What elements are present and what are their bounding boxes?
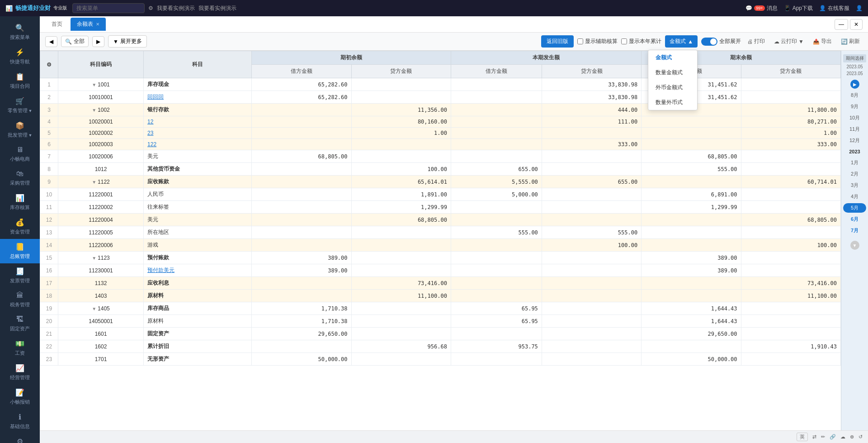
translate-icon[interactable]: ⇄ — [812, 434, 816, 440]
app-icon: 📊 — [5, 5, 13, 12]
return-old-btn[interactable]: 返回旧版 — [541, 35, 574, 48]
tab-home[interactable]: 首页 — [45, 18, 69, 31]
amount-cell-opening_credit — [351, 78, 451, 91]
col-settings[interactable]: ⚙ — [40, 51, 58, 78]
sidebar-item-invoice[interactable]: 🧾 发票管理 — [0, 263, 40, 288]
panel-collapse-btn[interactable]: ▶ — [850, 80, 859, 89]
amount-cell-current_debit — [451, 328, 542, 340]
sidebar-item-report[interactable]: 📝 小畅报销 — [0, 385, 40, 409]
amount-cell-current_credit: 33,830.98 — [542, 91, 641, 104]
link-icon[interactable]: 🔗 — [830, 434, 836, 440]
month-2[interactable]: 2月 — [843, 169, 866, 179]
cloud-print-btn[interactable]: ☁ 云打印 ▼ — [771, 36, 807, 47]
ytd-check[interactable] — [621, 38, 627, 44]
account-code: 10020006 — [58, 150, 144, 163]
month-10[interactable]: 10月 — [843, 113, 866, 123]
sidebar-item-project[interactable]: 📋 项目合同 — [0, 69, 40, 93]
account-name[interactable]: 23 — [144, 128, 252, 139]
top-search-input[interactable] — [72, 3, 145, 13]
amount-cell-opening_credit — [351, 239, 451, 252]
export-btn[interactable]: 📤 导出 — [810, 36, 835, 47]
sidebar-item-search[interactable]: 🔍 搜索菜单 — [0, 20, 40, 44]
sidebar-item-quicknav[interactable]: ⚡ 快捷导航 — [0, 44, 40, 69]
sidebar-item-inventory[interactable]: 📊 库存核算 — [0, 190, 40, 214]
amount-cell-closing_debit: 389.00 — [642, 264, 741, 277]
sidebar-item-purchase[interactable]: 🛍 采购管理 — [0, 166, 40, 190]
expand-down-icon: ▼ — [113, 38, 118, 45]
dropdown-item-amount[interactable]: 金额式 — [648, 50, 697, 65]
sidebar-item-ecommerce[interactable]: 🖥 小畅电商 — [0, 142, 40, 166]
account-name[interactable]: 12 — [144, 116, 252, 128]
edit-icon[interactable]: ✏ — [821, 434, 825, 440]
amount-cell-closing_credit — [741, 150, 840, 163]
amount-cell-current_credit: 33,830.98 — [542, 78, 641, 91]
month-3[interactable]: 3月 — [843, 181, 866, 190]
reset-icon[interactable]: ↺ — [859, 434, 863, 440]
show-ytd-checkbox[interactable]: 显示本年累计 — [621, 38, 661, 45]
refresh-btn[interactable]: 🔄 刷新 — [838, 36, 863, 47]
sidebar-item-payroll[interactable]: 💵 工资 — [0, 336, 40, 360]
message-btn[interactable]: 💬 99+ 消息 — [745, 5, 777, 12]
style-dropdown-btn[interactable]: 金额式 ▲ — [665, 35, 698, 48]
amount-cell-closing_credit — [741, 302, 840, 315]
account-name[interactable]: 122 — [144, 139, 252, 150]
month-1[interactable]: 1月 — [843, 158, 866, 167]
amount-cell-current_credit — [542, 302, 641, 315]
panel-expand-btn[interactable]: ▼ — [850, 241, 859, 250]
print-btn[interactable]: 🖨 打印 — [745, 36, 768, 47]
sidebar-item-retail[interactable]: 🛒 零售管理 ▼ — [0, 93, 40, 118]
window-close-btn[interactable]: ✕ — [850, 19, 863, 30]
amount-cell-opening_credit: 68,805.00 — [351, 214, 451, 226]
nav-prev-btn[interactable]: ◀ — [45, 36, 57, 47]
month-7[interactable]: 7月 — [843, 226, 866, 235]
dropdown-item-foreign-amount[interactable]: 外币金额式 — [648, 80, 697, 95]
sidebar-item-ledger[interactable]: 📒 总账管理 — [0, 239, 40, 263]
demo-text[interactable]: 我要看实例演示 — [198, 5, 236, 12]
online-service-btn[interactable]: 👤 在线客服 — [819, 5, 849, 12]
auxiliary-check[interactable] — [577, 38, 583, 44]
dropdown-item-qty-amount[interactable]: 数量金额式 — [648, 65, 697, 80]
amount-cell-closing_debit: 389.00 — [642, 252, 741, 264]
tab-yue-e-biao[interactable]: 余额表 ✕ — [71, 18, 106, 31]
lang-toggle[interactable]: 英 — [797, 433, 808, 441]
month-11[interactable]: 11月 — [843, 124, 866, 134]
nav-next-btn[interactable]: ▶ — [92, 36, 104, 47]
month-9[interactable]: 9月 — [843, 102, 866, 111]
settings-gear-icon[interactable]: ⚙ — [47, 62, 52, 68]
show-auxiliary-checkbox[interactable]: 显示辅助核算 — [577, 38, 618, 45]
sidebar-item-wholesale[interactable]: 📦 批发管理 ▼ — [0, 118, 40, 142]
tab-close-btn[interactable]: ✕ — [96, 22, 99, 27]
account-name[interactable]: 回回回 — [144, 91, 252, 104]
cloud-icon[interactable]: ☁ — [840, 434, 845, 440]
demo-link[interactable]: 我要看实例演示 — [157, 5, 195, 12]
amount-cell-opening_credit: 11,356.00 — [351, 104, 451, 116]
user-avatar[interactable]: 👤 — [856, 5, 863, 11]
sidebar-item-tax[interactable]: 🏛 税务管理 — [0, 288, 40, 312]
sidebar-item-finance[interactable]: 💰 资金管理 — [0, 214, 40, 239]
expand-more-btn[interactable]: ▼ 展开更多 — [108, 35, 147, 48]
expand-toggle-switch[interactable] — [701, 38, 717, 46]
amount-cell-current_debit — [451, 252, 542, 264]
month-12[interactable]: 12月 — [843, 136, 866, 145]
window-minimize-btn[interactable]: — — [835, 19, 848, 30]
add-icon[interactable]: ⊕ — [850, 434, 854, 440]
settings-icon[interactable]: ⚙ — [148, 5, 153, 11]
dropdown-item-qty-foreign[interactable]: 数量外币式 — [648, 95, 697, 110]
month-5[interactable]: 5月 — [843, 203, 866, 213]
account-name: 游戏 — [144, 239, 252, 252]
month-8[interactable]: 8月 — [843, 91, 866, 100]
app-download-btn[interactable]: 📱 App下载 — [784, 5, 813, 12]
amount-cell-closing_credit — [741, 163, 840, 176]
account-name: 累计折旧 — [144, 340, 252, 353]
account-name[interactable]: 预付款美元 — [144, 264, 252, 277]
sidebar-item-basic[interactable]: ℹ 基础信息 — [0, 409, 40, 433]
month-4[interactable]: 4月 — [843, 192, 866, 201]
right-period-panel: 期间选择 2023.05 2023.05 ▶ 8月 9月 10月 11月 12月… — [841, 51, 868, 430]
month-6[interactable]: 6月 — [843, 214, 866, 224]
sidebar-item-system[interactable]: ⚙ 系统管理 — [0, 433, 40, 443]
sidebar-item-ops[interactable]: 📈 经营管理 — [0, 360, 40, 385]
sidebar-item-assets[interactable]: 🏗 固定资产 — [0, 312, 40, 336]
amount-cell-current_debit: 5,000.00 — [451, 188, 542, 201]
amount-cell-closing_credit: 333.00 — [741, 139, 840, 150]
amount-cell-closing_credit: 68,805.00 — [741, 214, 840, 226]
